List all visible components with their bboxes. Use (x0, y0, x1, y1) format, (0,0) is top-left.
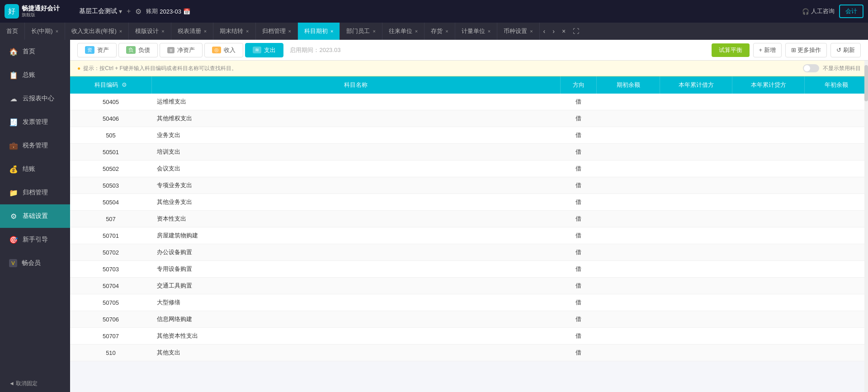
account-button[interactable]: 会计 (839, 5, 863, 18)
close-icon[interactable]: × (415, 28, 418, 34)
cell-year (805, 328, 868, 345)
logo-sub: 旗舰版 (22, 12, 60, 18)
close-icon[interactable]: × (445, 28, 448, 34)
cell-year (805, 144, 868, 161)
table-row[interactable]: 50406 其他维权支出 借 (70, 110, 868, 127)
cell-debit (660, 127, 732, 144)
close-icon[interactable]: × (373, 28, 375, 34)
add-button[interactable]: + 新增 (753, 43, 782, 57)
cell-credit (732, 194, 805, 211)
tab-subject-init[interactable]: 科目期初 × (298, 23, 340, 40)
scrollbar-thumb[interactable] (864, 65, 868, 101)
sidebar-item-close[interactable]: 💰 结账 (0, 157, 70, 181)
sidebar-item-invoice[interactable]: 🧾 发票管理 (0, 110, 70, 134)
consultant-button[interactable]: 🎧 人工咨询 (802, 7, 835, 15)
close-icon[interactable]: × (246, 28, 249, 34)
cell-name: 房屋建筑物购建 (151, 227, 561, 244)
cell-year (805, 211, 868, 227)
table-row[interactable]: 50405 运维维支出 借 (70, 94, 868, 110)
tab-prev-button[interactable]: ‹ (540, 28, 549, 35)
refresh-button[interactable]: ↺ 刷新 (830, 43, 861, 57)
table-row[interactable]: 50701 房屋建筑物购建 借 (70, 227, 868, 244)
close-icon[interactable]: × (204, 28, 207, 34)
cell-credit (732, 294, 805, 311)
sidebar-item-settings[interactable]: ⚙ 基础设置 (0, 204, 70, 228)
tab-tax[interactable]: 税表清册 × (171, 23, 213, 40)
tab-currency[interactable]: 币种设置 × (497, 23, 539, 40)
more-actions-button[interactable]: ⊞ 更多操作 (785, 43, 827, 57)
sidebar-item-cloud[interactable]: ☁ 云报表中心 (0, 87, 70, 110)
settings-icon: ⚙ (9, 212, 18, 221)
table-row[interactable]: 50503 专项业务支出 借 (70, 177, 868, 194)
close-icon[interactable]: × (161, 28, 164, 34)
tab-asset[interactable]: 资 资产 (77, 43, 117, 57)
tab-home[interactable]: 首页 (0, 23, 25, 40)
tab-next-button[interactable]: › (549, 28, 558, 35)
table-row[interactable]: 50702 办公设备购置 借 (70, 244, 868, 261)
col-header-debit: 本年累计借方 (660, 76, 732, 94)
tab-inventory[interactable]: 存货 × (425, 23, 455, 40)
close-icon[interactable]: × (56, 28, 58, 34)
table-row[interactable]: 50502 会议支出 借 (70, 161, 868, 177)
calc-balance-button[interactable]: 试算平衡 (712, 43, 750, 57)
table-row[interactable]: 510 其他支出 借 (70, 345, 868, 361)
cell-balance (597, 345, 660, 361)
close-icon[interactable]: × (488, 28, 491, 34)
table-row[interactable]: 50504 其他业务支出 借 (70, 194, 868, 211)
cell-balance (597, 161, 660, 177)
cell-balance (597, 127, 660, 144)
company-name[interactable]: 基层工会测试 ▾ (79, 7, 122, 15)
tab-expand-button[interactable]: ⛶ (569, 28, 583, 35)
hint-text: 提示：按Ctrl + F键并输入科目编码或者科目名称可以查找科目。 (83, 65, 237, 72)
sidebar-item-archive[interactable]: 📁 归档管理 (0, 181, 70, 204)
tab-period-close[interactable]: 期末结转 × (213, 23, 255, 40)
tab-liability[interactable]: 负 负债 (118, 43, 158, 57)
sidebar-item-member[interactable]: V 畅会员 (0, 251, 70, 275)
sidebar-item-home[interactable]: 🏠 首页 (0, 40, 70, 63)
tab-midterm[interactable]: 长(中期) × (25, 23, 65, 40)
tab-template[interactable]: 模版设计 × (129, 23, 171, 40)
cell-name: 其他业务支出 (151, 194, 561, 211)
cell-credit (732, 211, 805, 227)
cell-debit (660, 194, 732, 211)
sidebar-item-ledger[interactable]: 📋 总账 (0, 63, 70, 87)
close-icon[interactable]: × (288, 28, 291, 34)
table-row[interactable]: 50705 大型修缮 借 (70, 294, 868, 311)
cell-code: 50707 (70, 328, 151, 345)
cell-dir: 借 (561, 194, 597, 211)
tab-expenditure[interactable]: ≋ 支出 (245, 43, 283, 57)
tab-dept[interactable]: 部门员工 × (340, 23, 382, 40)
cell-debit (660, 161, 732, 177)
tab-close-all-button[interactable]: × (558, 28, 569, 35)
table-row[interactable]: 507 资本性支出 借 (70, 211, 868, 227)
tab-net-asset[interactable]: ≡ 净资产 (160, 43, 203, 57)
cell-credit (732, 345, 805, 361)
header-period: 账期 2023-03 📅 (146, 7, 190, 15)
cell-name: 其他维权支出 (151, 110, 561, 127)
cell-name: 交通工具购置 (151, 278, 561, 294)
close-icon[interactable]: × (119, 28, 122, 34)
disable-toggle[interactable] (803, 64, 819, 72)
table-row[interactable]: 50703 专用设备购置 借 (70, 261, 868, 278)
tab-income-report[interactable]: 收入支出表(年报) × (65, 23, 129, 40)
cell-name: 其他支出 (151, 345, 561, 361)
table-row[interactable]: 50704 交通工具购置 借 (70, 278, 868, 294)
sidebar-collapse-button[interactable]: ◄ 取消固定 (0, 375, 70, 392)
table-row[interactable]: 505 业务支出 借 (70, 127, 868, 144)
tab-contacts[interactable]: 往来单位 × (382, 23, 425, 40)
table-row[interactable]: 50706 信息网络购建 借 (70, 311, 868, 328)
tab-income[interactable]: ◎ 收入 (204, 43, 243, 57)
table-container: 科目编码 ⚙ 科目名称 方向 期初余额 本年累计借方 本年累计贷方 年初余额 5… (70, 76, 868, 392)
cell-balance (597, 144, 660, 161)
sidebar-item-tax[interactable]: 💼 税务管理 (0, 134, 70, 157)
tab-unit[interactable]: 计量单位 × (455, 23, 497, 40)
sidebar-item-guide[interactable]: 🎯 新手引导 (0, 228, 70, 251)
table-row[interactable]: 50501 培训支出 借 (70, 144, 868, 161)
cell-year (805, 177, 868, 194)
tab-archive[interactable]: 归档管理 × (256, 23, 298, 40)
close-icon[interactable]: × (330, 28, 333, 34)
settings-icon[interactable]: ⚙ (122, 81, 127, 88)
table-row[interactable]: 50707 其他资本性支出 借 (70, 328, 868, 345)
close-icon[interactable]: × (530, 28, 533, 34)
cell-year (805, 110, 868, 127)
